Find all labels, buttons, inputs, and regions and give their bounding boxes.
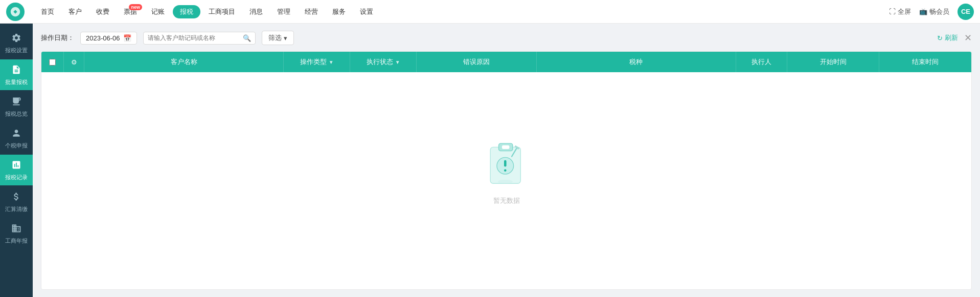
calc-pay-icon: [11, 192, 21, 203]
table-body: 暂无数据: [41, 72, 971, 257]
search-box[interactable]: 🔍: [143, 32, 256, 45]
filter-icon[interactable]: ▼: [329, 59, 334, 65]
personal-tax-icon: [11, 128, 21, 140]
close-button[interactable]: ✕: [964, 32, 972, 44]
nav-item-business[interactable]: 工商项目: [202, 5, 241, 18]
th-customer-name: 客户名称: [84, 52, 284, 72]
th-error-reason: 错误原因: [417, 52, 537, 72]
date-value: 2023-06-06: [86, 34, 120, 42]
th-checkbox[interactable]: [41, 52, 64, 72]
sidebar-item-label: 报税记录: [5, 174, 28, 181]
empty-text: 暂无数据: [493, 196, 520, 205]
sidebar-item-calc-pay[interactable]: 汇算清缴: [0, 186, 33, 217]
empty-illustration: [484, 139, 530, 190]
nav-item-message[interactable]: 消息: [243, 5, 269, 18]
member-icon: 📺: [919, 8, 927, 15]
tax-settings-icon: [11, 33, 21, 45]
top-nav: 首页客户收费票据new记账报税工商项目消息管理经营服务设置 ⛶ 全屏 📺 畅会员…: [0, 0, 980, 24]
nav-item-invoice[interactable]: 票据new: [118, 5, 143, 18]
th-op-type: 操作类型 ▼: [284, 52, 350, 72]
member-button[interactable]: 📺 畅会员: [919, 7, 949, 16]
sidebar: 报税设置 批量报税 报税总览 个税申报 报税记录: [0, 24, 33, 297]
th-start-time: 开始时间: [787, 52, 879, 72]
th-gear[interactable]: ⚙: [64, 52, 84, 72]
sidebar-item-label: 批量报税: [5, 78, 28, 86]
th-tax-type: 税种: [537, 52, 736, 72]
batch-tax-icon: [11, 65, 21, 76]
sidebar-item-personal-tax[interactable]: 个税申报: [0, 123, 33, 154]
sidebar-item-label: 工商年报: [5, 237, 28, 245]
sidebar-item-label: 个税申报: [5, 142, 28, 150]
nav-item-settings[interactable]: 设置: [354, 5, 379, 18]
sidebar-item-annual-report[interactable]: 工商年报: [0, 218, 33, 249]
logo[interactable]: [6, 3, 25, 21]
sidebar-item-label: 汇算清缴: [5, 205, 28, 213]
svg-point-8: [497, 180, 512, 183]
nav-item-account[interactable]: 记账: [145, 5, 171, 18]
tax-record-icon: [11, 160, 21, 172]
fullscreen-icon: ⛶: [889, 8, 896, 15]
nav-item-tax[interactable]: 报税: [173, 5, 200, 18]
refresh-button[interactable]: ↻ 刷新: [937, 33, 958, 43]
nav-badge-invoice: new: [129, 4, 142, 10]
sidebar-item-tax-settings[interactable]: 报税设置: [0, 28, 33, 58]
nav-item-finance[interactable]: 经营: [299, 5, 324, 18]
select-all-checkbox[interactable]: [49, 59, 56, 66]
filter-label: 筛选: [268, 33, 282, 43]
th-exec-status: 执行状态 ▼: [350, 52, 417, 72]
empty-state: 暂无数据: [484, 139, 530, 205]
search-input[interactable]: [148, 34, 243, 41]
tax-overview-icon: [11, 96, 21, 108]
th-executor: 执行人: [736, 52, 787, 72]
nav-item-home[interactable]: 首页: [35, 5, 60, 18]
gear-icon: ⚙: [71, 58, 77, 66]
top-right-actions: ⛶ 全屏 📺 畅会员 CE: [889, 4, 974, 20]
table: ⚙ 客户名称 操作类型 ▼ 执行状态 ▼ 错误原因 税种: [41, 51, 972, 290]
annual-report-icon: [11, 223, 21, 235]
main-layout: 报税设置 批量报税 报税总览 个税申报 报税记录: [0, 24, 980, 297]
toolbar-right: ↻ 刷新 ✕: [937, 32, 972, 44]
filter-icon[interactable]: ▼: [395, 59, 400, 65]
th-end-time: 结束时间: [879, 52, 971, 72]
svg-rect-2: [502, 145, 509, 149]
svg-point-4: [504, 169, 507, 172]
search-icon[interactable]: 🔍: [243, 34, 251, 42]
sidebar-item-tax-overview[interactable]: 报税总览: [0, 91, 33, 122]
calendar-icon: 📅: [123, 34, 131, 42]
content-area: 操作日期： 2023-06-06 📅 🔍 筛选 ▾ ↻ 刷新 ✕: [33, 24, 980, 297]
date-label: 操作日期：: [41, 33, 74, 43]
sidebar-item-label: 报税总览: [5, 110, 28, 118]
main-menu: 首页客户收费票据new记账报税工商项目消息管理经营服务设置: [35, 5, 889, 18]
toolbar: 操作日期： 2023-06-06 📅 🔍 筛选 ▾ ↻ 刷新 ✕: [41, 31, 972, 45]
nav-item-service[interactable]: 服务: [326, 5, 352, 18]
table-header: ⚙ 客户名称 操作类型 ▼ 执行状态 ▼ 错误原因 税种: [41, 52, 971, 72]
avatar[interactable]: CE: [958, 4, 974, 20]
fullscreen-button[interactable]: ⛶ 全屏: [889, 7, 911, 16]
chevron-down-icon: ▾: [284, 34, 287, 42]
sidebar-item-tax-record[interactable]: 报税记录: [0, 155, 33, 185]
date-picker[interactable]: 2023-06-06 📅: [80, 32, 137, 45]
sidebar-item-batch-tax[interactable]: 批量报税: [0, 59, 33, 90]
nav-item-customer[interactable]: 客户: [62, 5, 88, 18]
svg-rect-5: [504, 160, 507, 167]
filter-button[interactable]: 筛选 ▾: [262, 31, 294, 45]
sidebar-item-label: 报税设置: [5, 47, 28, 54]
refresh-icon: ↻: [937, 34, 943, 42]
nav-item-manage[interactable]: 管理: [271, 5, 297, 18]
nav-item-billing[interactable]: 收费: [90, 5, 116, 18]
